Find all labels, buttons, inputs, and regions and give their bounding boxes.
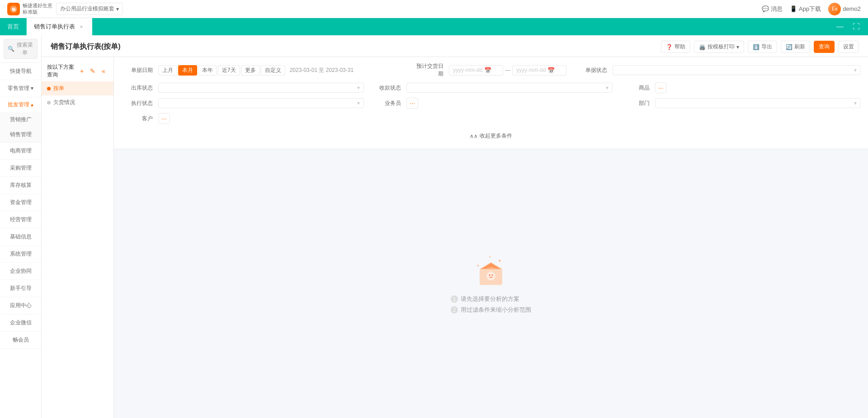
expected-date-start[interactable]: yyyy-mm-dd 📅 [449,65,503,76]
sidebar: 🔍 搜索菜单 快捷导航 零售管理 ▾ 批发管理 ▴ 营销推广 销售管理 电商管理… [0,35,42,418]
expected-date-end[interactable]: yyyy-mm-dd 📅 [512,65,566,76]
payment-status-select[interactable] [406,83,612,93]
edit-scheme-button[interactable]: ✎ [88,66,97,76]
sidebar-item-label: 新手引导 [10,285,32,291]
sidebar-item-system[interactable]: 系统管理 [0,246,41,263]
sidebar-item-operations[interactable]: 经营管理 [0,211,41,228]
date-tab-custom[interactable]: 自定义 [261,65,285,76]
tab-maximize-button[interactable]: ⛶ [850,20,863,33]
filter-row-4: 客户 ··· [121,113,861,124]
svg-point-10 [492,275,493,276]
print-chevron-icon: ▾ [736,44,739,50]
sidebar-item-label: 快捷导航 [10,68,32,74]
status-filter-control [613,65,861,75]
sidebar-item-retail[interactable]: 零售管理 ▾ [0,80,41,97]
edit-icon: ✎ [90,67,95,75]
dept-select[interactable] [655,98,861,108]
logo-icon: 畅 [7,3,20,15]
scheme-item-label: 欠货情况 [53,99,75,106]
date-tab-more[interactable]: 更多 [241,65,260,76]
tab-active-label: 销售订单执行表 [34,23,75,31]
tab-close-button[interactable]: × [78,23,85,30]
header-left: 畅 畅捷通好生意 标准版 办公用品行业模拟账套 ▾ [7,3,123,15]
help-label: 帮助 [675,43,685,51]
sidebar-item-wholesale[interactable]: 批发管理 ▴ [0,97,41,112]
ship-status-select[interactable] [158,83,364,93]
empty-tip-1: 1 请先选择要分析的方案 [451,295,531,303]
search-menu-button[interactable]: 🔍 搜索菜单 [4,39,38,59]
tab-home[interactable]: 首页 [0,18,27,35]
payment-status-label: 收款状态 [369,84,401,92]
date-tab-last-7-days[interactable]: 近7天 [218,65,240,76]
print-button[interactable]: 🖨️ 按模板打印 ▾ [694,41,744,53]
content-area: 销售订单执行表(按单) ❓ 帮助 🖨️ 按模板打印 ▾ ⬇️ 导出 🔄 刷新 [42,35,868,418]
tab-minimize-button[interactable]: — [834,20,846,33]
date-end-placeholder: yyyy-mm-dd [516,67,546,73]
status-select[interactable] [613,65,861,75]
expected-date-filter-control: yyyy-mm-dd 📅 — yyyy-mm-dd 📅 [449,65,566,76]
ship-status-control [158,83,364,93]
tip-num-1: 1 [451,295,458,303]
filter-row-2: 出库状态 收款状态 [121,82,861,93]
date-tab-this-month[interactable]: 本月 [178,65,197,76]
sidebar-item-appcenter[interactable]: 应用中心 [0,297,41,314]
sidebar-item-label: 资金管理 [10,199,32,205]
sidebar-search: 🔍 搜索菜单 [0,35,41,63]
header-right: 💬 消息 📱 App下载 Ea demo2 [762,3,861,15]
right-panel: 单据日期 上月 本月 本年 近7天 更多 自定义 2023-03-01 至 20… [114,57,868,418]
search-icon: 🔍 [8,46,14,52]
sidebar-item-finance[interactable]: 资金管理 [0,194,41,211]
sidebar-item-label: 经营管理 [10,216,32,223]
sidebar-item-wechat[interactable]: 企业微信 [0,314,41,332]
empty-tip-2: 2 用过滤条件来缩小分析范围 [451,306,531,314]
scheme-item-shortage[interactable]: 欠货情况 [42,95,113,109]
sidebar-subitem-sales[interactable]: 销售管理 [0,127,41,142]
help-button[interactable]: ❓ 帮助 [661,41,690,53]
sidebar-item-purchase[interactable]: 采购管理 [0,160,41,177]
calendar-icon-2: 📅 [547,67,555,74]
collapse-filter-button[interactable]: ∧∧ 收起更多条件 [464,130,518,142]
active-dot-icon [47,87,51,90]
filter-row-3: 执行状态 业务员 ··· 部门 [121,98,861,109]
user-action[interactable]: Ea demo2 [828,3,861,15]
sidebar-subitem-marketing[interactable]: 营销推广 [0,112,41,127]
nav-dropdown[interactable]: 办公用品行业模拟账套 ▾ [56,3,123,15]
sidebar-item-quick-nav[interactable]: 快捷导航 [0,63,41,80]
sidebar-item-ecommerce[interactable]: 电商管理 [0,142,41,160]
goods-select-button[interactable]: ··· [655,82,667,93]
ship-chevron-icon [357,85,360,91]
query-button[interactable]: 查询 [814,41,835,53]
print-icon: 🖨️ [699,44,706,50]
sidebar-item-inventory[interactable]: 库存核算 [0,177,41,194]
sidebar-item-member[interactable]: 畅会员 [0,332,41,349]
status-label: 单据状态 [576,66,607,74]
sidebar-item-label: 零售管理 ▾ [8,85,33,91]
avatar: Ea [828,3,841,15]
app-download-action[interactable]: 📱 App下载 [790,5,821,13]
sidebar-item-basic-info[interactable]: 基础信息 [0,228,41,246]
exec-status-select[interactable] [158,98,364,108]
sidebar-item-enterprise[interactable]: 企业协同 [0,263,41,280]
search-menu-label: 搜索菜单 [16,41,33,57]
export-button[interactable]: ⬇️ 导出 [748,41,777,53]
salesman-select-button[interactable]: ··· [406,98,418,109]
collapse-panel-button[interactable]: « [99,66,108,76]
page-actions: ❓ 帮助 🖨️ 按模板打印 ▾ ⬇️ 导出 🔄 刷新 查询 [661,41,859,53]
customer-select-button[interactable]: ··· [158,113,170,124]
collapse-label: 收起更多条件 [480,132,512,140]
refresh-button[interactable]: 🔄 刷新 [781,41,810,53]
sidebar-item-label: 系统管理 [10,251,32,257]
scheme-item-order[interactable]: 按单 [42,81,113,95]
date-tab-this-year[interactable]: 本年 [198,65,217,76]
message-action[interactable]: 💬 消息 [762,5,783,13]
add-scheme-button[interactable]: + [77,66,86,76]
date-tab-last-month[interactable]: 上月 [158,65,177,76]
settings-button[interactable]: 设置 [838,41,859,53]
tab-active[interactable]: 销售订单执行表 × [27,18,92,35]
sidebar-item-newbie[interactable]: 新手引导 [0,280,41,297]
exec-status-control [158,98,364,108]
refresh-icon: 🔄 [786,44,793,50]
page-body: 按以下方案查询 + ✎ « 按单 [42,57,868,418]
date-range-text: 2023-03-01 至 2023-03-31 [290,66,354,74]
tab-bar-actions: — ⛶ [834,20,868,33]
